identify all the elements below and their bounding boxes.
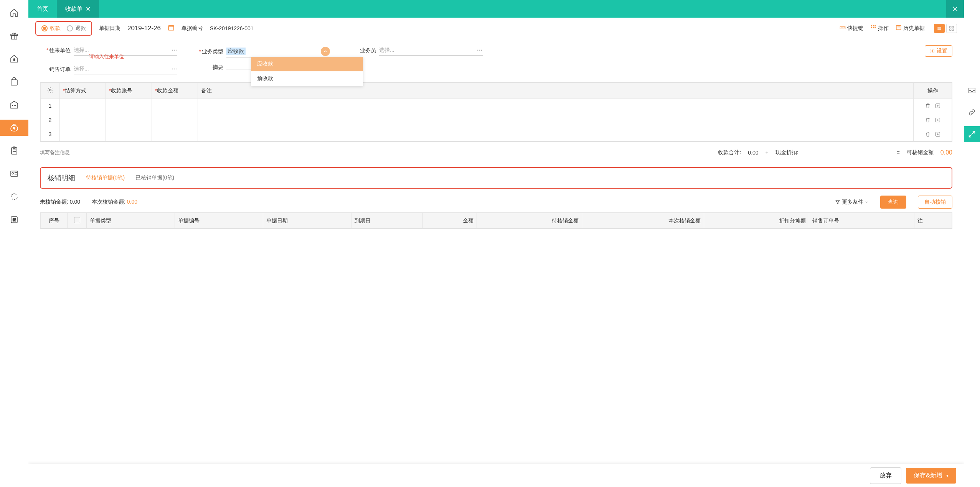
receipt-type-radio-group: 收款 退款: [35, 21, 92, 36]
sales-lookup-icon[interactable]: ···: [477, 47, 483, 53]
nav-sidebar: $ ¥ 新: [0, 0, 28, 487]
order-field: 销售订单 选择... ···: [40, 64, 177, 74]
tab-bar: 首页 收款单 ✕: [28, 0, 964, 18]
col-settle: *结算方式: [60, 83, 106, 99]
filter-icon: [835, 199, 840, 205]
svg-point-5: [14, 105, 15, 106]
svg-rect-17: [873, 25, 874, 26]
svg-point-27: [932, 50, 933, 52]
view-card-button[interactable]: [946, 24, 957, 33]
wocol-disc: 折扣分摊额: [704, 213, 809, 229]
nav-new-icon[interactable]: 新: [0, 212, 28, 228]
delete-icon[interactable]: [925, 103, 931, 109]
nav-house-dollar-icon[interactable]: $: [0, 51, 28, 67]
svg-rect-3: [11, 80, 17, 85]
svg-point-4: [13, 105, 13, 106]
history-link[interactable]: 历史单据: [896, 25, 925, 32]
col-ops: 操作: [914, 83, 952, 99]
nav-refresh-icon[interactable]: [0, 189, 28, 205]
nav-card-icon[interactable]: [0, 166, 28, 182]
writeoff-tab-pending[interactable]: 待核销单据(0笔): [86, 174, 125, 181]
settings-button[interactable]: 设置: [925, 45, 952, 57]
payment-grid: *结算方式 *收款账号 *收款金额 备注 操作 1: [40, 82, 952, 142]
order-lookup-icon[interactable]: ···: [172, 66, 177, 72]
grid-gear-header[interactable]: [41, 83, 60, 99]
window-close-icon[interactable]: [946, 0, 964, 18]
chevron-up-icon[interactable]: [321, 47, 330, 56]
grid-icon: [870, 25, 876, 32]
sales-field: 业务员 选择... ···: [345, 45, 483, 56]
svg-rect-19: [871, 27, 872, 28]
writeoff-info: 未核销金额: 0.00 本次核销金额: 0.00 更多条件 查询 自动核销: [40, 196, 952, 209]
view-list-button[interactable]: [934, 24, 945, 33]
sales-input[interactable]: 选择... ···: [379, 45, 483, 56]
nav-building-icon[interactable]: [0, 97, 28, 113]
discard-button[interactable]: 放弃: [870, 467, 901, 484]
wocol-type: 单据类型: [87, 213, 175, 229]
svg-rect-23: [950, 26, 951, 28]
tab-close-icon[interactable]: ✕: [86, 5, 91, 13]
wocol-check[interactable]: [68, 213, 87, 229]
biztype-select[interactable]: 应收款: [226, 45, 330, 58]
radio-receive[interactable]: 收款: [41, 25, 61, 32]
add-icon[interactable]: [935, 103, 941, 109]
wocol-order: 销售订单号: [809, 213, 914, 229]
nav-bag-icon[interactable]: [0, 74, 28, 90]
biztype-field: *业务类型 应收款: [193, 45, 330, 58]
wocol-due: 到期日: [351, 213, 422, 229]
delete-icon[interactable]: [925, 131, 931, 137]
shortcut-link[interactable]: 快捷键: [840, 25, 863, 32]
summary-row: 收款合计: 0.00 + 现金折扣: = 可核销金额 0.00: [40, 145, 952, 160]
query-button[interactable]: 查询: [880, 196, 906, 209]
add-icon[interactable]: [935, 117, 941, 123]
party-error: 请输入往来单位: [40, 53, 177, 60]
tab-current[interactable]: 收款单 ✕: [57, 0, 99, 18]
nav-gift-icon[interactable]: [0, 28, 28, 44]
svg-rect-26: [952, 29, 954, 30]
order-input[interactable]: 选择... ···: [74, 64, 177, 74]
save-button[interactable]: 保存&新增 ▾: [906, 468, 956, 484]
nav-home-icon[interactable]: [0, 5, 28, 21]
svg-rect-22: [896, 26, 901, 30]
tab-home[interactable]: 首页: [28, 0, 57, 18]
radio-refund[interactable]: 退款: [67, 25, 86, 32]
checkbox-icon[interactable]: [74, 217, 80, 223]
wocol-amt: 金额: [422, 213, 477, 229]
note-input[interactable]: [40, 148, 124, 157]
more-conditions[interactable]: 更多条件: [835, 199, 869, 206]
party-lookup-icon[interactable]: ···: [172, 47, 177, 53]
dropdown-option-advance[interactable]: 预收款: [251, 71, 363, 86]
add-icon[interactable]: [935, 131, 941, 137]
calendar-icon[interactable]: [168, 24, 175, 32]
footer-bar: 放弃 保存&新增 ▾: [28, 464, 964, 487]
col-amt: *收款金额: [152, 83, 198, 99]
svg-text:$: $: [13, 58, 15, 61]
nav-money-bag-icon[interactable]: ¥: [0, 120, 28, 136]
discount-input[interactable]: [805, 148, 890, 157]
svg-text:¥: ¥: [13, 127, 15, 130]
svg-point-11: [12, 173, 13, 174]
docno-value: SK-20191226-001: [210, 25, 254, 31]
table-row: 3: [41, 127, 952, 141]
total-value: 0.00: [748, 150, 758, 156]
chevron-down-icon: ▾: [946, 473, 949, 478]
svg-rect-18: [874, 25, 876, 26]
right-sidebar: [964, 0, 980, 487]
view-toggle: [934, 24, 957, 33]
wocol-ext: 往: [914, 213, 952, 229]
writeoff-amount: 0.00: [940, 149, 952, 156]
dropdown-option-receivable[interactable]: 应收款: [251, 57, 363, 71]
inbox-icon[interactable]: [964, 82, 980, 99]
nav-clipboard-icon[interactable]: [0, 143, 28, 159]
writeoff-grid: 序号 单据类型 单据编号 单据日期 到期日 金额 待核销金额 本次核销金额 折扣…: [40, 212, 952, 229]
svg-rect-16: [871, 25, 872, 26]
gear-icon[interactable]: [47, 87, 54, 94]
writeoff-tab-done[interactable]: 已核销单据(0笔): [135, 174, 174, 181]
auto-writeoff-button[interactable]: 自动核销: [918, 196, 952, 209]
date-value[interactable]: 2019-12-26: [127, 25, 161, 32]
link-icon[interactable]: [964, 104, 980, 120]
svg-rect-14: [168, 26, 174, 30]
delete-icon[interactable]: [925, 117, 931, 123]
expand-icon[interactable]: [964, 126, 980, 142]
operate-link[interactable]: 操作: [870, 25, 889, 32]
